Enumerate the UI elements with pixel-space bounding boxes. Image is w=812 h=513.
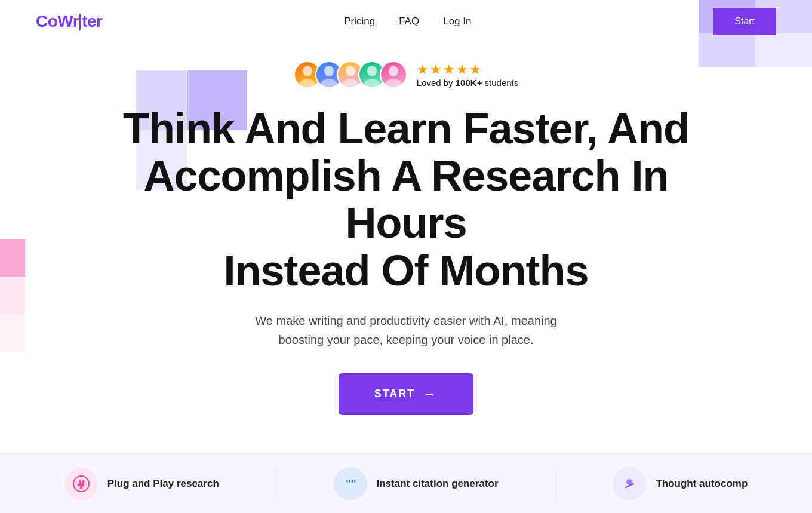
feature-thought-label: Thought autocomp: [656, 478, 748, 490]
cta-label: START: [374, 388, 416, 400]
logo[interactable]: CoWrter: [36, 12, 102, 31]
svg-point-5: [342, 79, 359, 87]
feature-research-label: Plug and Play research: [107, 478, 219, 490]
headline-line2: Accomplish A Research In Hours: [144, 152, 669, 247]
svg-point-21: [627, 480, 632, 484]
svg-point-8: [389, 66, 398, 76]
nav-login[interactable]: Log In: [443, 16, 471, 27]
features-bar: Plug and Play research " " Instant citat…: [0, 453, 812, 513]
headline-line1: Think And Learn Faster, And: [123, 105, 689, 152]
nav-start-button[interactable]: Start: [713, 8, 776, 35]
student-count: 100K+: [456, 78, 482, 88]
research-icon: [64, 467, 98, 500]
hero-subtext-line2: boosting your pace, keeping your voice i…: [279, 333, 534, 346]
feature-divider-1: [276, 466, 276, 502]
svg-rect-14: [78, 483, 84, 486]
feature-divider-2: [555, 466, 556, 502]
svg-point-0: [303, 66, 312, 76]
hero-section: ★★★★★ Loved by 100K+ students Think And …: [0, 43, 812, 415]
feature-citation: " " Instant citation generator: [334, 467, 499, 500]
feature-research: Plug and Play research: [64, 467, 219, 500]
hero-subtext: We make writing and productivity easier …: [221, 311, 591, 349]
navbar: CoWrter Pricing FAQ Log In Start: [0, 0, 812, 43]
social-proof: ★★★★★ Loved by 100K+ students: [0, 61, 812, 88]
svg-point-1: [299, 79, 316, 87]
citation-icon: " ": [334, 467, 367, 500]
nav-links: Pricing FAQ Log In: [344, 16, 471, 27]
svg-rect-15: [80, 486, 82, 489]
svg-point-4: [346, 66, 355, 76]
avatar-5: [380, 61, 407, 88]
loved-text: Loved by 100K+ students: [417, 78, 519, 88]
cta-start-button[interactable]: START →: [339, 373, 474, 415]
headline-line3: Instead Of Months: [224, 247, 589, 294]
star-rating: ★★★★★: [417, 62, 482, 78]
nav-faq[interactable]: FAQ: [399, 16, 419, 27]
feature-thought: Thought autocomp: [613, 467, 748, 500]
svg-point-7: [364, 79, 380, 87]
avatar-group: [294, 61, 407, 88]
svg-point-3: [321, 79, 337, 87]
cta-arrow-icon: →: [423, 386, 438, 402]
nav-pricing[interactable]: Pricing: [344, 16, 375, 27]
svg-text:": ": [346, 478, 351, 490]
svg-point-2: [324, 66, 334, 76]
svg-point-9: [385, 79, 402, 87]
svg-point-6: [367, 66, 377, 76]
hero-headline: Think And Learn Faster, And Accomplish A…: [122, 105, 690, 294]
thought-icon: [613, 467, 646, 500]
feature-citation-label: Instant citation generator: [377, 478, 499, 490]
hero-subtext-line1: We make writing and productivity easier …: [255, 314, 556, 327]
svg-text:": ": [351, 478, 356, 490]
ratings-block: ★★★★★ Loved by 100K+ students: [417, 62, 519, 88]
